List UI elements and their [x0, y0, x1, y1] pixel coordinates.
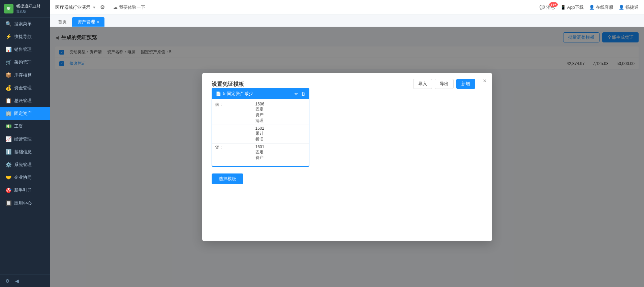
delete-icon[interactable]: 🗑 [301, 91, 305, 96]
sidebar-label-capital: 资金管理 [14, 85, 32, 91]
sidebar-item-guide[interactable]: 🎯新手引导 [0, 184, 50, 197]
sidebar-footer: ⚙ ◀ [0, 275, 50, 287]
company-selector[interactable]: 医疗器械行业演示 ▼ [55, 4, 96, 10]
settings-icon[interactable]: ⚙ [5, 278, 10, 284]
template-card-body: 借：1606 固定资产清理1602 累计折旧贷：1601 固定资产 [212, 99, 309, 166]
template-row: 借：1606 固定资产清理 [212, 101, 309, 125]
modal-close-btn[interactable]: × [483, 77, 487, 85]
inventory-icon: 📦 [5, 72, 11, 78]
system-icon: ⚙️ [5, 162, 11, 168]
message-icon: 💬 [540, 5, 545, 10]
online-service-label: 在线客服 [596, 4, 613, 10]
app-download-btn[interactable]: 📱 App下载 [560, 4, 584, 10]
main-content: 医疗器械行业演示 ▼ ⚙ ☁ 我要体验一下 💬 消息 99+ 📱 App下载 [50, 0, 644, 287]
template-row [212, 162, 309, 164]
sidebar: 财 畅捷通好业财 普及版 🔍搜索菜单⚡快捷导航📊销售管理🛒采购管理📦库存核算💰资… [0, 0, 50, 287]
sidebar-label-purchase: 采购管理 [14, 59, 32, 65]
messages-badge: 99+ [549, 2, 558, 7]
user-profile-btn[interactable]: 👤 畅捷通 [619, 4, 639, 10]
template-area: 📄 5-固定资产减少 ✏ 🗑 借：1606 固定资产清理1602 [212, 88, 483, 167]
topbar: 医疗器械行业演示 ▼ ⚙ ☁ 我要体验一下 💬 消息 99+ 📱 App下载 [50, 0, 644, 15]
sidebar-item-inventory[interactable]: 📦库存核算 [0, 69, 50, 82]
guide-icon: 🎯 [5, 187, 11, 193]
settings-gear-icon[interactable]: ⚙ [100, 4, 105, 10]
tab-asset-mgmt[interactable]: 资产管理 × [72, 17, 104, 27]
app-download-label: App下载 [567, 4, 584, 10]
template-card: 📄 5-固定资产减少 ✏ 🗑 借：1606 固定资产清理1602 [212, 88, 309, 167]
sidebar-label-basic-info: 基础信息 [14, 149, 32, 155]
experience-text: 我要体验一下 [119, 4, 145, 10]
sidebar-item-capital[interactable]: 💰资金管理 [0, 82, 50, 94]
collapse-icon[interactable]: ◀ [15, 278, 19, 284]
cooperation-icon: 🤝 [5, 174, 11, 181]
template-name: 5-固定资产减少 [223, 91, 253, 97]
sidebar-label-cooperation: 企业协同 [14, 174, 32, 181]
service-icon: 👤 [589, 5, 594, 10]
tab-home[interactable]: 首页 [53, 17, 72, 27]
capital-icon: 💰 [5, 85, 11, 91]
chevron-down-icon: ▼ [92, 5, 96, 9]
doc-icon: 📄 [216, 91, 221, 96]
sidebar-label-system: 系统管理 [14, 162, 32, 168]
sidebar-item-search[interactable]: 🔍搜索菜单 [0, 18, 50, 30]
sidebar-label-payroll: 工资 [14, 123, 23, 129]
sidebar-item-basic-info[interactable]: ℹ️基础信息 [0, 146, 50, 158]
experience-btn[interactable]: ☁ 我要体验一下 [113, 4, 145, 10]
sidebar-label-quick-nav: 快捷导航 [14, 34, 32, 40]
new-template-btn[interactable]: 新增 [456, 79, 475, 89]
tab-close-icon[interactable]: × [97, 20, 99, 24]
sidebar-item-payroll[interactable]: 💵工资 [0, 120, 50, 133]
topbar-divider [109, 4, 109, 11]
sidebar-item-operations[interactable]: 📈经营管理 [0, 133, 50, 146]
sidebar-item-cooperation[interactable]: 🤝企业协同 [0, 171, 50, 184]
sidebar-item-sales[interactable]: 📊销售管理 [0, 43, 50, 56]
general-ledger-icon: 📋 [5, 98, 11, 104]
import-btn[interactable]: 导入 [413, 79, 432, 89]
online-service-btn[interactable]: 👤 在线客服 [589, 4, 613, 10]
logo-text: 畅捷通好业财 [16, 3, 40, 9]
sidebar-label-sales: 销售管理 [14, 46, 32, 53]
page-content: ◀ 生成的凭证预览 批量调整模板 全部生成凭证 ✓ 变动类型：资产清 资产名称：… [50, 27, 644, 287]
tabbar: 首页 资产管理 × [50, 15, 644, 27]
sidebar-item-purchase[interactable]: 🛒采购管理 [0, 56, 50, 69]
modal-action-buttons: 导入 导出 新增 [413, 79, 475, 89]
basic-info-icon: ℹ️ [5, 149, 11, 155]
app-center-icon: 🔲 [5, 200, 11, 206]
sidebar-item-app-center[interactable]: 🔲应用中心 [0, 197, 50, 210]
voucher-template-modal: 设置凭证模板 × 导入 导出 新增 📄 5-固定资产减少 [202, 73, 492, 241]
export-btn[interactable]: 导出 [435, 79, 454, 89]
sales-icon: 📊 [5, 46, 11, 53]
sidebar-label-app-center: 应用中心 [14, 200, 32, 206]
sidebar-nav: 🔍搜索菜单⚡快捷导航📊销售管理🛒采购管理📦库存核算💰资金管理📋总账管理🏢固定资产… [0, 18, 50, 275]
username-label: 畅捷通 [625, 4, 639, 10]
topbar-right: 💬 消息 99+ 📱 App下载 👤 在线客服 👤 畅捷通 [540, 4, 639, 10]
search-icon: 🔍 [5, 21, 11, 27]
modal-overlay: 设置凭证模板 × 导入 导出 新增 📄 5-固定资产减少 [50, 27, 644, 287]
company-name: 医疗器械行业演示 [55, 4, 90, 10]
sidebar-logo: 财 畅捷通好业财 普及版 [0, 0, 50, 18]
template-row: 1602 累计折旧 [212, 125, 309, 144]
sidebar-item-fixed-assets[interactable]: 🏢固定资产 [0, 107, 50, 120]
fixed-assets-icon: 🏢 [5, 110, 11, 117]
sidebar-label-guide: 新手引导 [14, 187, 32, 193]
sidebar-item-system[interactable]: ⚙️系统管理 [0, 158, 50, 171]
messages-btn[interactable]: 💬 消息 99+ [540, 4, 555, 10]
quick-nav-icon: ⚡ [5, 34, 11, 40]
template-card-header: 📄 5-固定资产减少 ✏ 🗑 [212, 89, 309, 99]
logo-icon: 财 [4, 4, 13, 13]
template-row: 贷：1601 固定资产 [212, 144, 309, 162]
logo-sub: 普及版 [16, 9, 40, 14]
user-avatar-icon: 👤 [619, 5, 624, 10]
cloud-icon: ☁ [113, 5, 118, 10]
phone-icon: 📱 [560, 5, 566, 10]
choose-template-btn[interactable]: 选择模板 [212, 173, 243, 184]
modal-title: 设置凭证模板 [212, 81, 244, 87]
operations-icon: 📈 [5, 136, 11, 142]
purchase-icon: 🛒 [5, 59, 11, 65]
sidebar-item-general-ledger[interactable]: 📋总账管理 [0, 94, 50, 107]
sidebar-label-search: 搜索菜单 [14, 21, 32, 27]
sidebar-item-quick-nav[interactable]: ⚡快捷导航 [0, 30, 50, 43]
edit-icon[interactable]: ✏ [295, 91, 298, 96]
sidebar-label-general-ledger: 总账管理 [14, 98, 32, 104]
sidebar-label-inventory: 库存核算 [14, 72, 32, 78]
